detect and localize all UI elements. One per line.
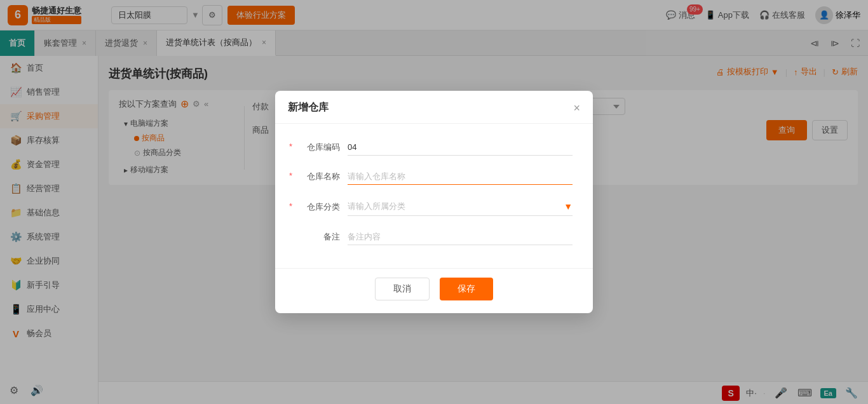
- form-row-name: 仓库名称: [295, 168, 573, 185]
- modal-header: 新增仓库 ×: [275, 91, 593, 124]
- form-row-code: 仓库编码: [295, 139, 573, 156]
- modal-close-button[interactable]: ×: [573, 102, 580, 114]
- form-row-note: 备注: [295, 229, 573, 245]
- modal-overlay[interactable]: 新增仓库 × 仓库编码 仓库名称 仓库分类 请输入所属分类 ▼: [0, 0, 868, 404]
- code-input[interactable]: [348, 139, 573, 156]
- code-label: 仓库编码: [295, 142, 340, 153]
- save-button[interactable]: 保存: [440, 278, 493, 300]
- name-label: 仓库名称: [295, 171, 340, 182]
- category-dropdown-icon: ▼: [564, 201, 573, 212]
- cancel-button[interactable]: 取消: [375, 278, 430, 300]
- form-row-category: 仓库分类 请输入所属分类 ▼: [295, 198, 573, 216]
- name-input[interactable]: [348, 168, 573, 185]
- note-input[interactable]: [348, 229, 573, 245]
- new-warehouse-modal: 新增仓库 × 仓库编码 仓库名称 仓库分类 请输入所属分类 ▼: [275, 91, 593, 313]
- category-label: 仓库分类: [295, 201, 340, 213]
- note-label: 备注: [295, 231, 340, 243]
- modal-title: 新增仓库: [288, 101, 329, 114]
- modal-footer: 取消 保存: [275, 268, 593, 313]
- category-select-row[interactable]: 请输入所属分类 ▼: [348, 198, 573, 216]
- modal-body: 仓库编码 仓库名称 仓库分类 请输入所属分类 ▼ 备注: [275, 124, 593, 268]
- category-placeholder: 请输入所属分类: [348, 201, 405, 212]
